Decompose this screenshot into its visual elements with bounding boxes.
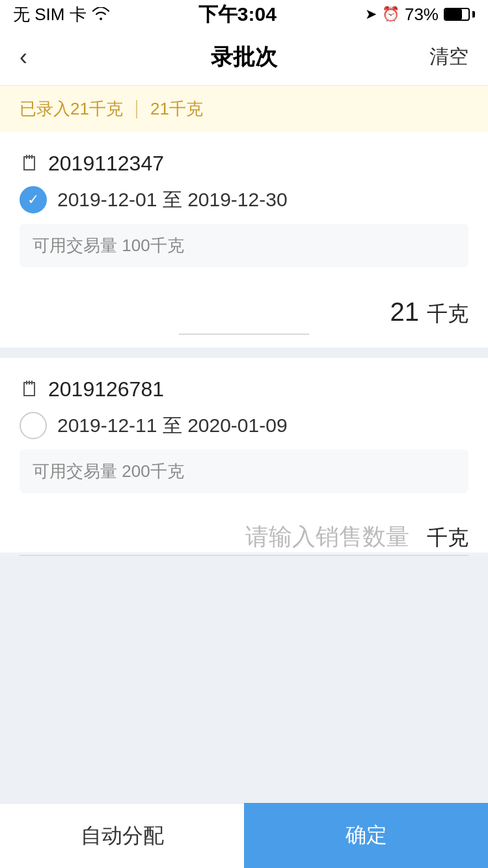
batch-1-radio[interactable]: ✓ [20, 186, 47, 213]
location-icon: ➤ [365, 6, 377, 23]
batch-1-avail-box: 可用交易量 100千克 [20, 224, 468, 267]
page-title: 录批次 [211, 42, 277, 72]
batch-1-date-row[interactable]: ✓ 2019-12-01 至 2019-12-30 [20, 186, 468, 213]
batch-2-header: 🗒 2019126781 [20, 377, 468, 401]
batch-1-card: 🗒 2019112347 ✓ 2019-12-01 至 2019-12-30 可… [0, 132, 488, 287]
main-content: 已录入21千克 21千克 🗒 2019112347 ✓ 2019-12-01 至… [0, 86, 488, 860]
batch-2-radio[interactable] [20, 412, 47, 439]
batch-1-qty-row: 21 千克 [0, 287, 488, 329]
batch-1-header: 🗒 2019112347 [20, 152, 468, 176]
batch-2-input-row: 千克 [0, 513, 488, 552]
batch-2-qty-unit: 千克 [427, 524, 468, 552]
status-right: ➤ ⏰ 73% [365, 5, 475, 25]
info-bar: 已录入21千克 21千克 [0, 86, 488, 132]
batch-2-date-row[interactable]: 2019-12-11 至 2020-01-09 [20, 412, 468, 439]
batch-2-avail-text: 可用交易量 200千克 [33, 461, 184, 481]
battery-text: 73% [405, 5, 439, 25]
status-left: 无 SIM 卡 [13, 3, 110, 26]
back-button[interactable]: ‹ [20, 44, 59, 71]
clear-button[interactable]: 清空 [429, 44, 468, 70]
bottom-bar: 自动分配 确定 [0, 803, 488, 868]
batch-1-qty-value: 21 [390, 297, 420, 327]
nav-bar: ‹ 录批次 清空 [0, 29, 488, 86]
batch-2-date: 2019-12-11 至 2020-01-09 [57, 413, 288, 439]
batch-2-avail-box: 可用交易量 200千克 [20, 450, 468, 493]
wifi-icon [92, 5, 110, 25]
status-time: 下午3:04 [198, 1, 277, 28]
batch-1-id: 2019112347 [48, 152, 164, 176]
section-divider [0, 347, 488, 358]
alarm-icon: ⏰ [382, 6, 400, 23]
batch-2-qty-input[interactable] [20, 523, 419, 550]
confirm-button[interactable]: 确定 [244, 803, 488, 868]
check-icon: ✓ [27, 191, 39, 208]
batch-1-avail-text: 可用交易量 100千克 [33, 236, 184, 255]
carrier-text: 无 SIM 卡 [13, 3, 87, 26]
status-bar: 无 SIM 卡 下午3:04 ➤ ⏰ 73% [0, 0, 488, 29]
batch-2-id: 2019126781 [48, 377, 164, 401]
info-value: 21千克 [150, 98, 203, 120]
auto-distribute-button[interactable]: 自动分配 [0, 803, 244, 868]
batch-2-card: 🗒 2019126781 2019-12-11 至 2020-01-09 可用交… [0, 358, 488, 513]
batch-1-qty-unit: 千克 [427, 300, 468, 329]
doc-icon-2: 🗒 [20, 377, 40, 401]
info-divider [136, 100, 137, 118]
doc-icon-1: 🗒 [20, 152, 40, 176]
info-label: 已录入21千克 [20, 98, 123, 120]
batch-1-date: 2019-12-01 至 2019-12-30 [57, 187, 288, 213]
battery-icon [444, 8, 475, 21]
